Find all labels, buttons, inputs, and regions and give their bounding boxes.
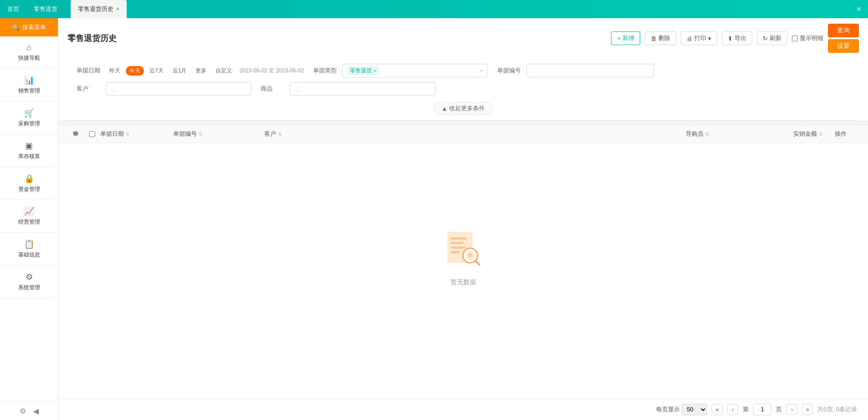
filter-number-label: 单据编号 (497, 67, 523, 75)
refresh-button[interactable]: ↻ 刷新 (757, 31, 787, 45)
page-header: 零售退货历史 + 新增 🗑 删除 🖨 打印 ▾ (58, 18, 868, 121)
svg-line-8 (475, 261, 479, 265)
collapse-sidebar-button[interactable]: ◀ (33, 407, 39, 415)
export-button[interactable]: ⬆ 导出 (722, 31, 752, 45)
query-button[interactable]: 查询 (828, 24, 859, 37)
print-arrow-icon: ▾ (708, 35, 711, 42)
filter-customer-input[interactable]: ... (106, 82, 252, 96)
sidebar-item-purchase-label: 采购管理 (18, 120, 40, 128)
filter-number: 单据编号 (497, 64, 654, 77)
sidebar-item-purchase[interactable]: 🛒 采购管理 (0, 102, 58, 134)
page-header-top: 零售退货历史 + 新增 🗑 删除 🖨 打印 ▾ (67, 24, 859, 53)
page-number-input[interactable] (753, 404, 771, 415)
th-checkbox[interactable] (84, 131, 100, 137)
sidebar-item-basic[interactable]: 📋 基础信息 (0, 233, 58, 266)
th-no-label: 单据编号 (173, 130, 197, 138)
sidebar-item-basic-label: 基础信息 (18, 251, 40, 259)
filter-goods-label: 商品 (261, 85, 286, 93)
print-label: 打印 (694, 34, 706, 42)
th-amount[interactable]: 实销金额 ⇅ (759, 130, 822, 138)
th-guide-label: 导购员 (686, 130, 704, 138)
th-settings[interactable] (67, 130, 84, 138)
settings-icon-button[interactable]: ⚙ (20, 407, 26, 415)
page-size-dropdown[interactable]: 50 100 200 (682, 404, 707, 415)
tab-return-history[interactable]: 零售退货历史 × (71, 0, 127, 18)
show-detail-checkbox[interactable]: 显示明细 (792, 34, 823, 42)
th-guide[interactable]: 导购员 ⇅ (686, 130, 759, 138)
show-detail-input[interactable] (792, 36, 798, 41)
sidebar-item-system[interactable]: ⚙ 系统管理 (0, 266, 58, 298)
date-pill-custom[interactable]: 自定义 (212, 66, 236, 76)
filter-goods-input[interactable]: ... (290, 82, 436, 96)
last-page-icon: » (806, 406, 809, 413)
chart-icon: 📊 (24, 75, 34, 85)
filter-type-tag-value: 零售退货 (350, 67, 372, 75)
prev-page-button[interactable]: ‹ (727, 404, 738, 415)
sidebar-item-system-label: 系统管理 (18, 284, 40, 292)
next-page-button[interactable]: › (786, 404, 797, 415)
filter-type-label: 单据类型 (313, 67, 339, 75)
th-customer[interactable]: 客户 ⇅ (264, 130, 686, 138)
sidebar-item-quick-nav[interactable]: ⌂ 快捷导航 (0, 36, 58, 69)
filter-date: 单据日期 昨天 今天 近7天 近1月 更多 自定义 2023-06-02 至 2… (77, 66, 304, 76)
sort-amount-icon: ⇅ (819, 132, 822, 137)
date-pills: 昨天 今天 近7天 近1月 更多 自定义 (106, 66, 236, 76)
main-layout: 🔍 搜索菜单 ⌂ 快捷导航 📊 销售管理 🛒 采购管理 ▣ 库存核算 🔒 资金管… (0, 18, 868, 420)
th-amount-label: 实销金额 (793, 130, 817, 138)
first-page-button[interactable]: « (712, 404, 723, 415)
last-page-button[interactable]: » (802, 404, 813, 415)
tab-home[interactable]: 首页 (0, 0, 26, 18)
sidebar-item-finance[interactable]: 🔒 资金管理 (0, 167, 58, 200)
settings-button[interactable]: 设置 (828, 39, 859, 53)
settings-label: 设置 (837, 42, 850, 49)
sidebar-search-label: 搜索菜单 (22, 23, 46, 31)
tab-return-history-close[interactable]: × (116, 6, 119, 12)
date-range-text: 2023-06-02 至 2023-06-02 (239, 67, 303, 75)
filter-area: 单据日期 昨天 今天 近7天 近1月 更多 自定义 2023-06-02 至 2… (67, 58, 859, 121)
print-button[interactable]: 🖨 打印 ▾ (681, 31, 717, 45)
tab-return-close[interactable]: × (60, 6, 63, 12)
sidebar-item-operation[interactable]: 📈 经营管理 (0, 200, 58, 233)
date-pill-yesterday[interactable]: 昨天 (106, 66, 124, 76)
add-icon: + (617, 35, 621, 42)
svg-point-9 (468, 253, 473, 258)
cart-icon: 🛒 (24, 108, 34, 118)
filter-type-select[interactable]: 零售退货 × ▾ (342, 64, 488, 77)
th-no[interactable]: 单据编号 ⇅ (173, 130, 264, 138)
search-icon: 🔍 (12, 24, 20, 31)
th-date[interactable]: 单据日期 ⇅ (100, 130, 173, 138)
tab-return[interactable]: 零售退货 × (26, 0, 71, 18)
collapse-row: ▲ 收起更多条件 (77, 100, 850, 115)
select-all-checkbox[interactable] (89, 131, 95, 137)
sidebar-item-stock-label: 库存核算 (18, 153, 40, 160)
filter-row-1: 单据日期 昨天 今天 近7天 近1月 更多 自定义 2023-06-02 至 2… (77, 64, 850, 77)
content-area: 零售退货历史 + 新增 🗑 删除 🖨 打印 ▾ (58, 18, 868, 420)
print-icon: 🖨 (687, 35, 693, 42)
th-ops-label: 操作 (835, 130, 847, 138)
sidebar: 🔍 搜索菜单 ⌂ 快捷导航 📊 销售管理 🛒 采购管理 ▣ 库存核算 🔒 资金管… (0, 18, 58, 420)
pagination: 每页显示 50 100 200 « ‹ 第 页 › (58, 398, 868, 420)
date-pill-more[interactable]: 更多 (192, 66, 210, 76)
filter-number-input[interactable] (526, 64, 654, 77)
delete-label: 删除 (658, 34, 670, 42)
empty-illustration (441, 227, 486, 273)
add-button[interactable]: + 新增 (611, 31, 640, 45)
page-total: 共0页, 0条记录 (817, 405, 857, 414)
window-close-button[interactable]: × (850, 0, 868, 18)
select-arrow-icon: ▾ (480, 68, 483, 74)
sidebar-item-stock[interactable]: ▣ 库存核算 (0, 134, 58, 167)
delete-button[interactable]: 🗑 删除 (645, 31, 676, 45)
sidebar-item-quick-nav-label: 快捷导航 (18, 54, 40, 62)
collapse-button[interactable]: ▲ 收起更多条件 (434, 102, 493, 115)
filter-row-2: 客户 ... 商品 ... (77, 82, 850, 96)
filter-goods-placeholder: ... (295, 86, 300, 92)
sidebar-item-sales[interactable]: 📊 销售管理 (0, 69, 58, 102)
date-pill-last1m[interactable]: 近1月 (169, 66, 190, 76)
filter-type-tag-close[interactable]: × (374, 68, 376, 73)
date-pill-last7[interactable]: 近7天 (146, 66, 167, 76)
sidebar-search-button[interactable]: 🔍 搜索菜单 (0, 18, 58, 36)
filter-type: 单据类型 零售退货 × ▾ (313, 64, 488, 77)
date-pill-today[interactable]: 今天 (126, 66, 144, 76)
tab-bar: 首页 零售退货 × 零售退货历史 × (0, 0, 850, 18)
filter-type-tag: 零售退货 × (347, 67, 379, 75)
